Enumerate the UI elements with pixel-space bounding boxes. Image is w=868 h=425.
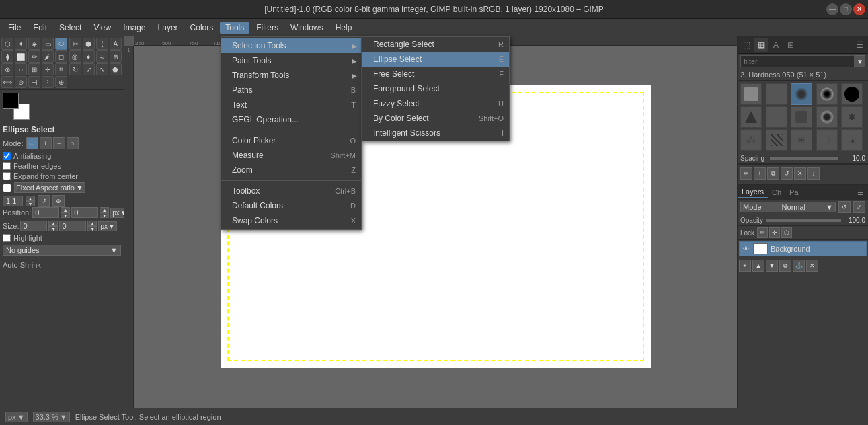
layer-reset-icon[interactable]: ↺: [838, 201, 851, 213]
submenu-free-select[interactable]: Free Select F: [362, 67, 509, 81]
menu-gegl-operation[interactable]: GEGL Operation...: [221, 112, 361, 127]
brush-cell[interactable]: ✱: [841, 106, 863, 128]
brush-cell[interactable]: [816, 83, 838, 105]
brush-cell[interactable]: [766, 83, 787, 105]
size-w-down[interactable]: ▼: [48, 226, 58, 231]
tool-zoom[interactable]: ⊕: [55, 76, 67, 88]
scale-expand-icon[interactable]: ⊕: [52, 195, 65, 207]
minimize-button[interactable]: —: [826, 3, 838, 15]
tool-perspective[interactable]: ⬟: [110, 63, 122, 75]
pos-y-input[interactable]: [71, 207, 98, 218]
layer-anchor-button[interactable]: ⚓: [793, 260, 805, 272]
menu-paint-tools[interactable]: Paint Tools ▶: [221, 53, 361, 68]
menu-zoom[interactable]: Zoom Z: [221, 163, 361, 178]
foreground-color-box[interactable]: [3, 93, 19, 109]
tool-paths[interactable]: ⟨: [96, 38, 108, 50]
menu-swap-colors[interactable]: Swap Colors X: [221, 213, 361, 228]
lock-position-icon[interactable]: ✛: [769, 227, 780, 238]
tool-ink[interactable]: ♦: [83, 50, 95, 63]
brush-ctrl-refresh-icon[interactable]: ↺: [781, 167, 793, 180]
scale-up-button[interactable]: ▲: [26, 196, 35, 201]
tool-free-select[interactable]: ⬡: [1, 38, 13, 50]
tool-warp[interactable]: ⊜: [15, 76, 27, 88]
pos-y-up[interactable]: ▲: [100, 207, 109, 212]
submenu-intelligent-scissors[interactable]: Intelligent Scissors I: [362, 126, 509, 141]
spacing-slider[interactable]: [770, 157, 838, 160]
highlight-checkbox[interactable]: [3, 234, 11, 242]
brush-cell[interactable]: [740, 83, 762, 105]
tab-dynamics-icon[interactable]: ⊞: [783, 38, 798, 52]
menu-tools[interactable]: Tools: [220, 22, 249, 34]
size-unit-selector[interactable]: px ▼: [98, 221, 116, 231]
menu-measure[interactable]: Measure Shift+M: [221, 148, 361, 163]
unit-selector[interactable]: px ▼: [5, 412, 28, 422]
lock-alpha-icon[interactable]: ⬡: [781, 227, 792, 238]
tool-airbrush[interactable]: ◎: [69, 50, 81, 63]
pos-x-input[interactable]: [32, 207, 59, 218]
tool-scissors[interactable]: ✂: [69, 38, 81, 50]
tool-heal[interactable]: ⊕: [110, 50, 122, 63]
mode-add[interactable]: +: [40, 137, 52, 149]
pos-x-down[interactable]: ▼: [61, 212, 70, 218]
filter-dropdown-icon[interactable]: ▼: [855, 55, 865, 67]
close-button[interactable]: ✕: [853, 3, 865, 15]
menu-filters[interactable]: Filters: [251, 22, 284, 34]
tool-clone[interactable]: ⊗: [1, 63, 13, 75]
menu-image[interactable]: Image: [118, 22, 151, 34]
menu-help[interactable]: Help: [330, 22, 358, 34]
size-h-input[interactable]: [59, 221, 86, 231]
submenu-foreground-select[interactable]: Foreground Select: [362, 81, 509, 96]
layer-move-up-button[interactable]: ▲: [752, 260, 764, 272]
tool-by-color[interactable]: ◈: [28, 38, 40, 50]
tool-rotate[interactable]: ↻: [69, 63, 81, 75]
size-h-down[interactable]: ▼: [87, 226, 97, 231]
tool-measure[interactable]: ⊣: [28, 76, 40, 88]
expand-center-checkbox[interactable]: [3, 172, 11, 180]
brush-cell[interactable]: [740, 106, 762, 128]
brush-ctrl-paint-icon[interactable]: ✏: [740, 167, 752, 180]
tool-align[interactable]: ⊞: [28, 63, 40, 75]
tool-color-picker[interactable]: ⋮: [42, 76, 54, 88]
size-w-input[interactable]: [20, 221, 47, 231]
filter-input[interactable]: [740, 55, 855, 67]
brush-cell[interactable]: [841, 83, 863, 105]
tab-brushes-icon[interactable]: ⬚: [739, 38, 754, 52]
brush-ctrl-export-icon[interactable]: ↓: [807, 167, 820, 180]
brush-ctrl-new-icon[interactable]: +: [754, 167, 766, 180]
menu-toolbox[interactable]: Toolbox Ctrl+B: [221, 184, 361, 198]
size-w-up[interactable]: ▲: [48, 221, 58, 226]
tool-eraser[interactable]: ◻: [55, 50, 67, 63]
opacity-slider[interactable]: [766, 219, 841, 222]
tab-panel-settings-icon[interactable]: ☰: [853, 187, 868, 198]
tool-paintbrush[interactable]: 🖌: [42, 50, 54, 63]
layer-move-down-button[interactable]: ▼: [766, 260, 778, 272]
mode-replace[interactable]: ▭: [26, 137, 38, 149]
brush-cell[interactable]: ✦: [766, 106, 787, 128]
mode-subtract[interactable]: −: [53, 137, 65, 149]
tool-bucket-fill[interactable]: ⧫: [1, 50, 13, 63]
menu-transform-tools[interactable]: Transform Tools ▶: [221, 68, 361, 83]
lock-pixels-icon[interactable]: ✏: [757, 227, 768, 238]
tab-channels[interactable]: Ch: [768, 187, 785, 198]
brush-cell[interactable]: ☽: [816, 129, 838, 151]
maximize-button[interactable]: □: [840, 3, 852, 15]
menu-layer[interactable]: Layer: [153, 22, 184, 34]
scale-down-button[interactable]: ▼: [26, 201, 35, 206]
brush-cell-hardness-050[interactable]: [791, 83, 812, 105]
panel-settings-icon[interactable]: ☰: [852, 38, 867, 52]
submenu-fuzzy-select[interactable]: Fuzzy Select U: [362, 96, 509, 111]
brush-cell[interactable]: [791, 106, 812, 128]
layer-new-button[interactable]: +: [739, 260, 751, 272]
menu-select[interactable]: Select: [54, 22, 87, 34]
fixed-dropdown[interactable]: Fixed Aspect ratio ▼: [14, 182, 85, 193]
brush-ctrl-duplicate-icon[interactable]: ⧉: [767, 167, 779, 180]
tool-gradient[interactable]: ⬜: [15, 50, 27, 63]
tool-rect-select[interactable]: ▭: [42, 38, 54, 50]
layer-duplicate-button[interactable]: ⧉: [779, 260, 791, 272]
menu-paths[interactable]: Paths B: [221, 83, 361, 98]
tool-move[interactable]: ✛: [42, 63, 54, 75]
tool-foreground-select[interactable]: ⬢: [83, 38, 95, 50]
brush-cell[interactable]: ✳: [791, 129, 812, 151]
antialiasing-checkbox[interactable]: [3, 152, 11, 160]
menu-selection-tools[interactable]: Selection Tools ▶: [221, 38, 361, 53]
